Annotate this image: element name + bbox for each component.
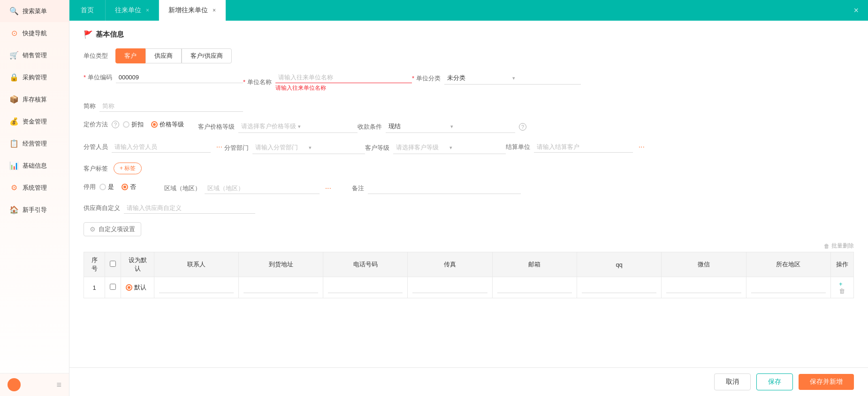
tab-partners[interactable]: 往来单位 ×: [106, 0, 159, 21]
col-contact: 联系人: [154, 252, 238, 277]
purchase-icon: 🔒: [9, 73, 19, 82]
tab-home[interactable]: 首页: [69, 0, 106, 21]
region-input[interactable]: [205, 183, 320, 194]
pricing-level-option[interactable]: 价格等级: [151, 120, 184, 129]
category-field: 单位分类 未分类 ▾: [412, 72, 581, 85]
disabled-yes-option[interactable]: 是: [99, 183, 114, 191]
address-input[interactable]: [244, 282, 318, 293]
unit-type-row: 单位类型 客户 供应商 客户/供应商: [84, 48, 854, 63]
customer-level-select[interactable]: 请选择客户等级 ▾: [393, 141, 506, 154]
inventory-icon: 📦: [9, 95, 19, 104]
sidebar-item-operations[interactable]: 📋 经营管理: [0, 132, 69, 155]
window-close-button[interactable]: ×: [844, 6, 868, 16]
row-delete-btn[interactable]: 🗑: [839, 287, 845, 295]
manager-ellipsis-btn[interactable]: ···: [214, 143, 224, 151]
system-icon: ⚙: [9, 183, 19, 192]
main-area: 首页 往来单位 × 新增往来单位 × × 🚩 基本信息 单位类型 客户 供应商 …: [69, 0, 868, 396]
unit-type-supplier-btn[interactable]: 供应商: [145, 48, 182, 63]
sidebar-item-finance[interactable]: 💰 资金管理: [0, 110, 69, 132]
cancel-button[interactable]: 取消: [714, 373, 751, 390]
email-input[interactable]: [497, 282, 572, 293]
sidebar-item-basic-info[interactable]: 📊 基础信息: [0, 155, 69, 177]
select-all-checkbox[interactable]: [110, 261, 116, 267]
category-value: 未分类: [447, 74, 513, 82]
row-fax[interactable]: [408, 277, 492, 298]
row-default-radio[interactable]: 默认: [126, 283, 149, 292]
short-name-field: 简称: [84, 101, 243, 112]
menu-toggle-icon[interactable]: ≡: [56, 380, 61, 390]
add-tag-button[interactable]: + 标签: [114, 163, 142, 174]
close-tab-partners[interactable]: ×: [146, 7, 149, 14]
department-chevron-icon: ▾: [309, 145, 362, 151]
default-radio-circle: [126, 284, 132, 291]
name-field-wrapper: 请输入往来单位名称: [275, 72, 412, 92]
manager-input[interactable]: [112, 141, 211, 153]
name-input[interactable]: [275, 72, 412, 83]
sidebar-item-guide[interactable]: 🏠 新手引导: [0, 199, 69, 221]
wechat-input[interactable]: [666, 282, 741, 293]
customer-level-label: 客户等级: [365, 144, 389, 152]
code-input[interactable]: [116, 72, 243, 83]
save-button[interactable]: 保存: [756, 373, 793, 390]
payment-help-icon[interactable]: ?: [519, 123, 526, 131]
basic-info-icon: 📊: [9, 161, 19, 170]
category-select[interactable]: 未分类 ▾: [444, 72, 581, 85]
pricing-method-label: 定价方法: [84, 120, 108, 129]
phone-input[interactable]: [328, 282, 403, 293]
sidebar-item-quick-nav[interactable]: ⊙ 快捷导航: [0, 22, 69, 44]
contacts-table: 序号 设为默认 联系人 到货地址 电话号码 传真 邮箱 qq 微信 所在地区 操…: [84, 252, 854, 298]
qq-input[interactable]: [582, 282, 656, 293]
tab-new-partner[interactable]: 新增往来单位 ×: [159, 0, 226, 21]
fax-input[interactable]: [412, 282, 487, 293]
sidebar-item-inventory[interactable]: 📦 库存核算: [0, 88, 69, 110]
short-name-input[interactable]: [99, 101, 243, 112]
pricing-discount-option[interactable]: 折扣: [123, 120, 144, 129]
row-contact[interactable]: [154, 277, 238, 298]
pricing-row: 定价方法 ? 折扣 价格等级 客户价格等级 请选择客户价格等级: [84, 120, 854, 133]
unit-type-customer-btn[interactable]: 客户: [115, 48, 145, 63]
price-level-select[interactable]: 请选择客户价格等级 ▾: [238, 120, 358, 133]
sidebar-item-purchase[interactable]: 🔒 采购管理: [0, 66, 69, 88]
sidebar-item-sales[interactable]: 🛒 销售管理: [0, 44, 69, 66]
region-ellipsis-btn[interactable]: ···: [323, 184, 333, 193]
row-add-btn[interactable]: +: [839, 280, 843, 287]
pricing-help-icon[interactable]: ?: [112, 121, 119, 128]
pricing-method-field: 定价方法 ? 折扣 价格等级: [84, 120, 184, 129]
payment-terms-value: 现结: [388, 122, 450, 131]
row-qq[interactable]: [577, 277, 661, 298]
row-checkbox: [105, 277, 121, 298]
batch-delete-row: 🗑 批量删除: [84, 242, 854, 250]
batch-delete-btn[interactable]: 🗑 批量删除: [824, 242, 854, 250]
sales-icon: 🛒: [9, 51, 19, 60]
short-name-label: 简称: [84, 102, 96, 110]
sidebar-item-search[interactable]: 🔍 搜索菜单: [0, 0, 69, 22]
custom-settings-button[interactable]: ⚙ 自定义项设置: [84, 222, 141, 236]
row-address[interactable]: [238, 277, 323, 298]
row-checkbox-input[interactable]: [110, 284, 116, 290]
region-field: 区域（地区） ···: [164, 183, 333, 194]
row-email[interactable]: [492, 277, 577, 298]
row-wechat[interactable]: [662, 277, 746, 298]
remark-input[interactable]: [368, 183, 521, 194]
disabled-no-option[interactable]: 否: [122, 183, 136, 191]
row-region-input[interactable]: [751, 282, 826, 293]
close-tab-new-partner[interactable]: ×: [213, 7, 216, 14]
settlement-input[interactable]: [534, 141, 633, 153]
supplier-custom-input[interactable]: [124, 202, 255, 214]
unit-type-both-btn[interactable]: 客户/供应商: [182, 48, 232, 63]
payment-terms-select[interactable]: 现结 ▾: [386, 120, 515, 133]
manager-row: 分管人员 ··· 分管部门 请输入分管部门 ▾ 客户等级 请选择客户等级 ▾ 结…: [84, 141, 854, 154]
col-actions: 操作: [830, 252, 853, 277]
row-region[interactable]: [746, 277, 830, 298]
contact-input[interactable]: [159, 282, 234, 293]
row-phone[interactable]: [323, 277, 408, 298]
save-and-new-button[interactable]: 保存并新增: [799, 374, 854, 390]
unit-type-btn-group: 客户 供应商 客户/供应商: [115, 48, 232, 63]
form-content: 🚩 基本信息 单位类型 客户 供应商 客户/供应商 单位编码 单位名称: [69, 21, 868, 367]
operations-icon: 📋: [9, 139, 19, 148]
settlement-ellipsis-btn[interactable]: ···: [637, 143, 647, 151]
flag-icon: 🚩: [84, 30, 93, 39]
col-address: 到货地址: [238, 252, 323, 277]
department-select[interactable]: 请输入分管部门 ▾: [252, 141, 365, 154]
sidebar-item-system[interactable]: ⚙ 系统管理: [0, 177, 69, 199]
